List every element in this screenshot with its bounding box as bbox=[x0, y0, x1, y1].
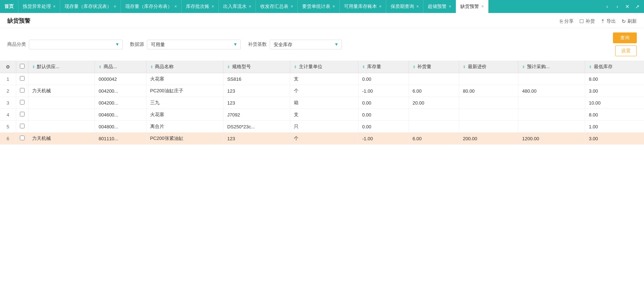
category-select-input[interactable] bbox=[33, 42, 119, 47]
nav-tabs: 首页 拣货异常处理 × 现存量（库存状况表） × 现存量（库存分布表） × 库存… bbox=[0, 0, 644, 13]
th-stock[interactable]: ⇕ 库存量 bbox=[358, 61, 409, 73]
tab-inventory-status[interactable]: 现存量（库存状况表） × bbox=[60, 0, 121, 13]
sort-estimated-purchase-icon: ⇕ bbox=[522, 65, 525, 69]
tab-batch-label: 库存批次账 bbox=[186, 3, 209, 10]
tab-home[interactable]: 首页 bbox=[0, 0, 18, 13]
row-estimated-purchase-5 bbox=[518, 121, 585, 133]
close-abnormal-icon[interactable]: × bbox=[53, 4, 56, 9]
share-icon: ⎘ bbox=[560, 18, 563, 24]
th-product-name[interactable]: ⇕ 商品名称 bbox=[146, 61, 223, 73]
row-unit-4: 支 bbox=[290, 109, 358, 121]
tab-shortage[interactable]: 缺货预警 × bbox=[456, 0, 488, 13]
tab-collection[interactable]: 收发存汇总表 × bbox=[256, 0, 298, 13]
tab-usable-ledger[interactable]: 可用量库存账本 × bbox=[340, 0, 386, 13]
row-min-stock-2: 3.00 bbox=[585, 85, 644, 97]
row-replenish-qty-3: 20.00 bbox=[409, 97, 459, 109]
tab-purchase-stat[interactable]: 要货单统计表 × bbox=[298, 0, 340, 13]
th-product-code[interactable]: ⇕ 商品... bbox=[95, 61, 147, 73]
replenish-base-select[interactable]: 安全库存 ▼ bbox=[270, 40, 342, 49]
category-select[interactable]: ▼ bbox=[29, 40, 123, 49]
close-collection-icon[interactable]: × bbox=[291, 4, 293, 9]
row-num-2: 2 bbox=[0, 85, 16, 97]
tab-inventory-dist[interactable]: 现存量（库存分布表） × bbox=[121, 0, 182, 13]
row-code-3: 004200... bbox=[95, 97, 147, 109]
row-latest-price-5 bbox=[459, 121, 518, 133]
row-checkbox-cell-3[interactable] bbox=[16, 97, 28, 109]
row-checkbox-5[interactable] bbox=[20, 124, 25, 128]
row-estimated-purchase-1 bbox=[518, 73, 585, 85]
replenish-base-select-input[interactable]: 安全库存 bbox=[274, 42, 338, 47]
close-inout-flow-icon[interactable]: × bbox=[249, 4, 251, 9]
datasource-select-input[interactable]: 可用量 bbox=[151, 42, 237, 47]
replenish-base-label: 补货基数 bbox=[248, 41, 267, 48]
th-product-code-label: 商品... bbox=[104, 64, 117, 69]
th-latest-price[interactable]: ⇕ 最新进价 bbox=[459, 61, 518, 73]
query-button[interactable]: 查询 bbox=[613, 32, 637, 43]
th-unit[interactable]: ⇕ 主计量单位 bbox=[290, 61, 358, 73]
row-checkbox-6[interactable] bbox=[20, 136, 25, 140]
row-replenish-qty-5 bbox=[409, 121, 459, 133]
tab-batch[interactable]: 库存批次账 × bbox=[182, 0, 219, 13]
row-checkbox-2[interactable] bbox=[20, 88, 25, 93]
row-stock-2: -1.00 bbox=[358, 85, 409, 97]
replenish-button[interactable]: ☐ 补货 bbox=[579, 18, 595, 25]
row-checkbox-1[interactable] bbox=[20, 76, 25, 81]
table-row: 6 力天机械 801110... PC200张紧油缸 123 个 -1.00 6… bbox=[0, 133, 644, 145]
row-min-stock-3: 10.00 bbox=[585, 97, 644, 109]
close-overstock-icon[interactable]: × bbox=[449, 4, 451, 9]
th-latest-price-label: 最新进价 bbox=[468, 64, 487, 69]
row-checkbox-cell-6[interactable] bbox=[16, 133, 28, 145]
close-inventory-dist-icon[interactable]: × bbox=[174, 4, 177, 9]
sort-replenish-qty-icon: ⇕ bbox=[413, 65, 415, 69]
tab-overstock[interactable]: 超储预警 × bbox=[423, 0, 456, 13]
th-replenish-qty[interactable]: ⇕ 补货量 bbox=[409, 61, 459, 73]
th-default-supplier[interactable]: ⇕ 默认供应... bbox=[28, 61, 95, 73]
nav-close-button[interactable]: ✕ bbox=[622, 1, 632, 12]
row-checkbox-cell-4[interactable] bbox=[16, 109, 28, 121]
row-checkbox-cell-2[interactable] bbox=[16, 85, 28, 97]
th-settings[interactable]: ⚙ bbox=[0, 61, 16, 73]
main-content: 缺货预警 ⎘ 分享 ☐ 补货 ⇡ 导出 ↻ 刷新 商品分类 bbox=[0, 13, 644, 287]
replenish-base-filter-group: 补货基数 安全库存 ▼ bbox=[248, 40, 342, 49]
close-inventory-status-icon[interactable]: × bbox=[114, 4, 116, 9]
close-purchase-stat-icon[interactable]: × bbox=[332, 4, 335, 9]
row-min-stock-4: 8.00 bbox=[585, 109, 644, 121]
nav-expand-button[interactable]: ➚ bbox=[632, 1, 643, 12]
table-row: 2 力天机械 004200... PC200油缸庄子 123 个 -1.00 6… bbox=[0, 85, 644, 97]
row-latest-price-3 bbox=[459, 97, 518, 109]
settings-gear-icon[interactable]: ⚙ bbox=[6, 64, 10, 70]
nav-next-button[interactable]: › bbox=[612, 1, 622, 12]
row-checkbox-3[interactable] bbox=[20, 100, 25, 105]
share-button[interactable]: ⎘ 分享 bbox=[560, 18, 574, 25]
share-label: 分享 bbox=[564, 18, 574, 25]
datasource-select[interactable]: 可用量 ▼ bbox=[147, 40, 241, 49]
row-name-6: PC200张紧油缸 bbox=[146, 133, 223, 145]
close-usable-ledger-icon[interactable]: × bbox=[379, 4, 382, 9]
th-checkbox[interactable] bbox=[16, 61, 28, 73]
tab-abnormal-label: 拣货异常处理 bbox=[23, 3, 51, 10]
table-body: 1 0000042 火花塞 SS816 支 0.00 8.00 2 力天机械 0… bbox=[0, 73, 644, 145]
nav-prev-button[interactable]: ‹ bbox=[602, 1, 612, 12]
row-estimated-purchase-2: 480.00 bbox=[518, 85, 585, 97]
row-supplier-4 bbox=[28, 109, 95, 121]
th-estimated-purchase[interactable]: ⇕ 预计采购... bbox=[518, 61, 585, 73]
close-shortage-icon[interactable]: × bbox=[481, 4, 484, 9]
refresh-button[interactable]: ↻ 刷新 bbox=[622, 18, 637, 25]
export-button[interactable]: ⇡ 导出 bbox=[601, 18, 616, 25]
row-name-5: 离合片 bbox=[146, 121, 223, 133]
tab-inventory-dist-label: 现存量（库存分布表） bbox=[125, 3, 172, 10]
th-spec[interactable]: ⇕ 规格型号 bbox=[223, 61, 290, 73]
row-checkbox-4[interactable] bbox=[20, 112, 25, 116]
close-batch-icon[interactable]: × bbox=[212, 4, 214, 9]
settings-button[interactable]: 设置 bbox=[615, 45, 637, 56]
close-expiry-icon[interactable]: × bbox=[416, 4, 419, 9]
row-checkbox-cell-1[interactable] bbox=[16, 73, 28, 85]
select-all-checkbox[interactable] bbox=[20, 64, 25, 69]
tab-abnormal[interactable]: 拣货异常处理 × bbox=[18, 0, 60, 13]
th-min-stock[interactable]: ⇕ 最低库存 bbox=[585, 61, 644, 73]
th-product-name-label: 商品名称 bbox=[155, 64, 174, 69]
tab-inout-flow[interactable]: 出入库流水 × bbox=[219, 0, 256, 13]
tab-expiry[interactable]: 保质期查询 × bbox=[386, 0, 423, 13]
row-latest-price-1 bbox=[459, 73, 518, 85]
row-checkbox-cell-5[interactable] bbox=[16, 121, 28, 133]
